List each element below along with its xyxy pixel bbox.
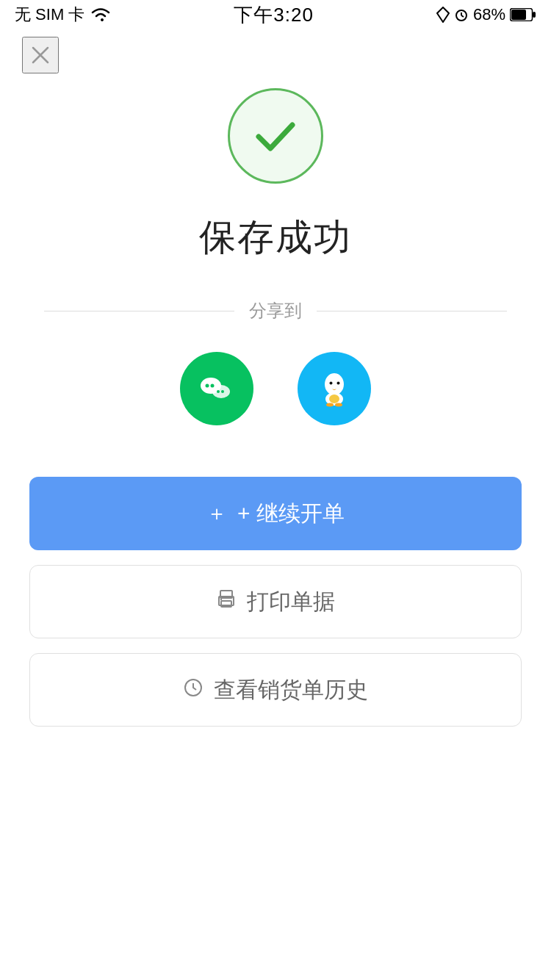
success-circle: [228, 88, 323, 184]
battery-icon: [510, 8, 536, 21]
svg-point-21: [326, 403, 334, 407]
print-button[interactable]: 打印单据: [29, 565, 522, 638]
wifi-icon: [90, 7, 111, 23]
svg-rect-4: [511, 10, 526, 20]
battery-label: 68%: [473, 5, 505, 24]
qq-share-button[interactable]: [298, 352, 371, 425]
action-buttons: ＋ + 继续开单 打印单据 查看销货单历史: [0, 477, 551, 727]
svg-point-18: [337, 382, 340, 385]
svg-point-17: [330, 382, 333, 385]
print-icon: [216, 589, 237, 615]
divider-right: [317, 311, 507, 311]
share-divider: 分享到: [0, 299, 551, 323]
sim-label: 无 SIM 卡: [15, 4, 84, 26]
svg-line-2: [461, 15, 464, 17]
alarm-icon: [454, 7, 469, 23]
success-title: 保存成功: [199, 213, 352, 262]
share-label: 分享到: [234, 299, 317, 323]
status-bar: 无 SIM 卡 下午3:20 68%: [0, 0, 551, 29]
main-content: 保存成功 分享到: [0, 29, 551, 727]
share-icons: [180, 352, 371, 425]
svg-point-10: [211, 384, 215, 388]
status-time: 下午3:20: [234, 2, 314, 28]
svg-point-12: [217, 390, 220, 393]
history-icon: [183, 677, 204, 703]
svg-point-26: [220, 598, 222, 599]
plus-icon: ＋: [206, 500, 227, 527]
history-button[interactable]: 查看销货单历史: [29, 653, 522, 727]
continue-button[interactable]: ＋ + 继续开单: [29, 477, 522, 550]
svg-rect-5: [533, 12, 536, 18]
svg-point-13: [221, 390, 224, 393]
divider-left: [44, 311, 234, 311]
continue-label: + 继续开单: [237, 499, 345, 529]
svg-point-22: [335, 403, 342, 407]
wechat-share-button[interactable]: [180, 352, 253, 425]
status-left: 无 SIM 卡: [15, 4, 111, 26]
history-label: 查看销货单历史: [214, 675, 368, 705]
close-button[interactable]: [22, 37, 59, 73]
status-right: 68%: [436, 5, 536, 24]
svg-point-14: [325, 373, 344, 395]
svg-point-9: [206, 384, 209, 388]
print-label: 打印单据: [247, 587, 335, 617]
location-icon: [436, 7, 450, 23]
svg-point-20: [329, 394, 339, 403]
